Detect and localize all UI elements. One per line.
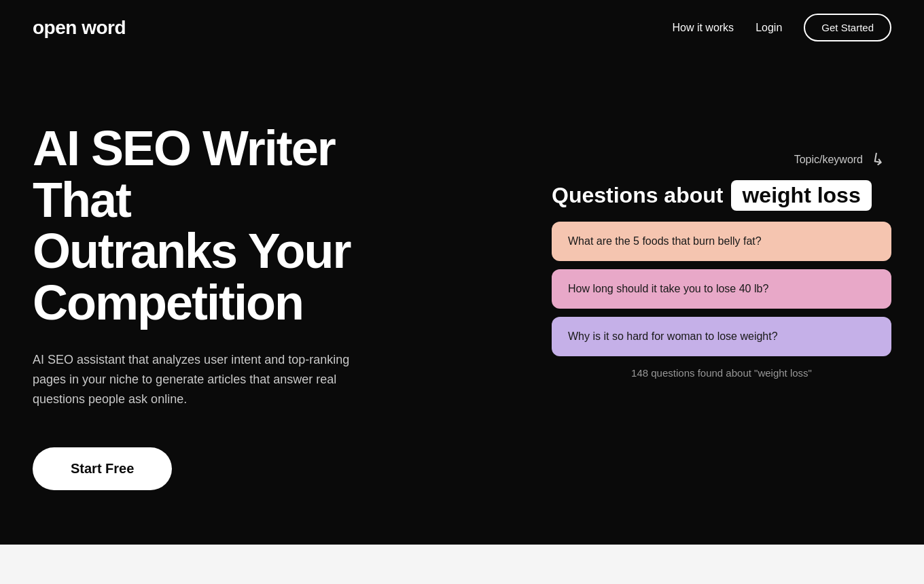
hero-title-line1: AI SEO Writer That (33, 121, 335, 227)
question-card-1[interactable]: What are the 5 foods that burn belly fat… (552, 222, 891, 261)
question-card-3[interactable]: Why is it so hard for woman to lose weig… (552, 317, 891, 356)
keyword-badge: weight loss (731, 180, 871, 211)
logo-word-highlight: word (82, 17, 126, 38)
start-free-button[interactable]: Start Free (33, 447, 172, 490)
arrow-icon: ↳ (870, 149, 887, 170)
hero-title-line2: Outranks Your Competition (33, 224, 350, 330)
hero-title: AI SEO Writer That Outranks Your Competi… (33, 123, 386, 328)
topic-label-text: Topic/keyword (794, 154, 863, 166)
topic-label-row: Topic/keyword ↳ (552, 150, 891, 169)
hero-left: AI SEO Writer That Outranks Your Competi… (33, 109, 386, 490)
questions-about-text: Questions about (552, 183, 723, 208)
hero-right: Topic/keyword ↳ Questions about weight l… (552, 109, 891, 379)
questions-header: Questions about weight loss (552, 180, 891, 211)
nav-links: How it works Login Get Started (672, 14, 891, 41)
get-started-button[interactable]: Get Started (804, 14, 891, 41)
login-link[interactable]: Login (756, 22, 782, 34)
how-it-works-link[interactable]: How it works (672, 22, 734, 34)
hero-section: AI SEO Writer That Outranks Your Competi… (0, 55, 924, 545)
how-it-works-section: How it works (0, 545, 924, 584)
navbar: open word How it works Login Get Started (0, 0, 924, 55)
question-card-2[interactable]: How long should it take you to lose 40 l… (552, 269, 891, 309)
hero-subtitle: AI SEO assistant that analyzes user inte… (33, 350, 359, 409)
logo: open word (33, 17, 126, 39)
questions-found: 148 questions found about "weight loss" (552, 367, 891, 379)
logo-text: open (33, 17, 77, 38)
